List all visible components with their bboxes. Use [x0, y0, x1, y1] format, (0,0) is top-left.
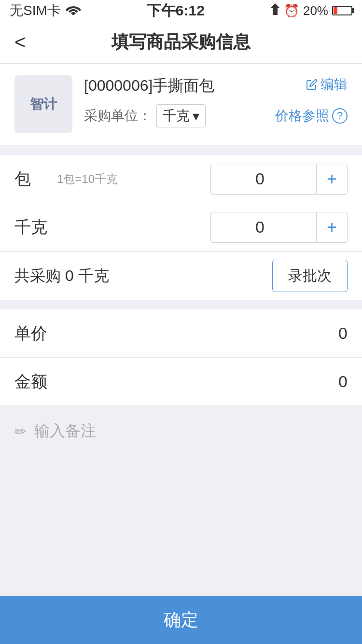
remark-section[interactable]: ✏ 输入备注 [0, 406, 362, 464]
kg-quantity-input[interactable] [210, 212, 317, 243]
bag-label: 包 [14, 168, 53, 190]
product-image-text: 智计 [30, 96, 57, 112]
bottom-spacer [0, 464, 362, 609]
remark-placeholder: 输入备注 [34, 420, 96, 442]
bag-quantity-input[interactable] [210, 164, 317, 195]
product-name: [0000006]手撕面包 [84, 75, 214, 97]
product-unit-row: 采购单位： 千克 ▾ 价格参照 ? [84, 104, 348, 127]
amount-row: 金额 0 [0, 358, 362, 406]
kg-plus-button[interactable]: + [317, 212, 348, 243]
dropdown-arrow: ▾ [193, 108, 199, 124]
bag-sub-label: 1包=10千克 [57, 171, 210, 187]
bag-plus-button[interactable]: + [317, 164, 348, 195]
input-section: 包 1包=10千克 + 千克 + 共采购 0 千克 [0, 155, 362, 300]
confirm-button[interactable]: 确定 [0, 596, 362, 644]
section-divider-1 [0, 145, 362, 155]
summary-row: 共采购 0 千克 录批次 [0, 252, 362, 300]
unit-value: 千克 [163, 107, 190, 125]
bag-input-row: 包 1包=10千克 + [0, 155, 362, 203]
status-bar: 无SIM卡 下午6:12 ⏰ 20% [0, 0, 362, 21]
status-right: ⏰ 20% [270, 3, 352, 18]
status-time: 下午6:12 [147, 1, 205, 21]
price-ref-help-icon: ? [332, 108, 348, 124]
amount-value: 0 [338, 372, 348, 391]
kg-input-row: 千克 + [0, 203, 362, 252]
alarm-icon: ⏰ [284, 3, 299, 18]
remark-row: ✏ 输入备注 [14, 420, 348, 442]
summary-value: 0 [65, 267, 74, 284]
section-divider-2 [0, 300, 362, 309]
pencil-icon: ✏ [14, 423, 27, 440]
carrier-label: 无SIM卡 [10, 1, 61, 20]
battery-icon [332, 6, 352, 15]
product-card: 智计 [0000006]手撕面包 编辑 采购单位： 千克 ▾ [0, 64, 362, 145]
bag-input-right: + [210, 164, 348, 195]
price-ref-button[interactable]: 价格参照 ? [275, 107, 348, 125]
back-button[interactable]: < [14, 31, 26, 53]
status-left: 无SIM卡 [10, 1, 81, 20]
summary-text: 共采购 0 千克 [14, 266, 109, 287]
kg-input-right: + [210, 212, 348, 243]
edit-button[interactable]: 编辑 [306, 75, 348, 94]
product-image: 智计 [14, 75, 72, 133]
battery-percent: 20% [303, 3, 328, 18]
kg-label: 千克 [14, 216, 53, 238]
unit-price-value: 0 [338, 324, 348, 343]
page-title: 填写商品采购信息 [111, 30, 251, 54]
amount-label: 金额 [14, 371, 47, 393]
price-section: 单价 0 金额 0 [0, 309, 362, 406]
unit-label: 采购单位： 千克 ▾ [84, 104, 206, 127]
unit-price-label: 单价 [14, 322, 47, 345]
summary-unit: 千克 [78, 267, 109, 284]
product-header: [0000006]手撕面包 编辑 [84, 75, 348, 97]
edit-label: 编辑 [320, 75, 348, 94]
wifi-icon [66, 3, 81, 18]
record-batch-button[interactable]: 录批次 [272, 260, 348, 292]
product-info: [0000006]手撕面包 编辑 采购单位： 千克 ▾ [84, 75, 348, 127]
nav-bar: < 填写商品采购信息 [0, 21, 362, 64]
unit-price-row: 单价 0 [0, 309, 362, 358]
unit-select[interactable]: 千克 ▾ [156, 104, 206, 127]
location-icon [270, 3, 280, 18]
price-ref-label: 价格参照 [275, 107, 329, 125]
